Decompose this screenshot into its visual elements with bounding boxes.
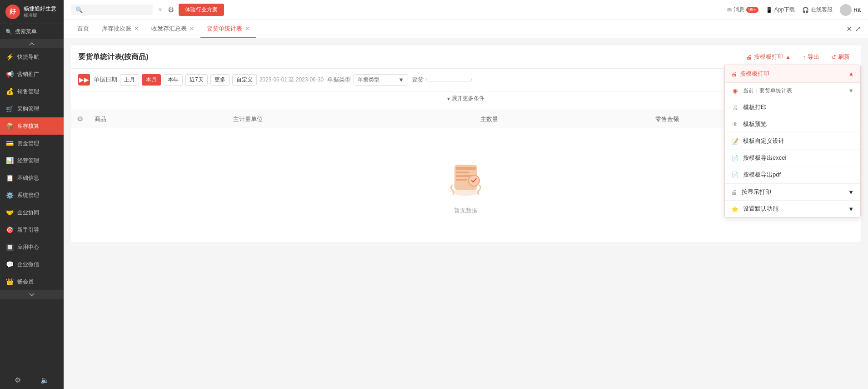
sidebar-item-system[interactable]: ⚙️ 系统管理: [0, 187, 64, 204]
current-template-chevron: ▼: [848, 87, 854, 94]
filter-toggle-btn[interactable]: ▶▶: [78, 74, 90, 86]
col-qty: 主数量: [475, 110, 650, 128]
sidebar-item-sales[interactable]: 💰 销售管理: [0, 83, 64, 100]
dropdown-collapse-btn[interactable]: ▲: [848, 71, 854, 77]
sidebar-nav: ⚡ 快捷导航 📢 营销推广 💰 销售管理 🛒 采购管理 📦 库存核算 💳 资金管…: [0, 39, 64, 371]
nav-label-system: 系统管理: [17, 192, 39, 199]
dropdown-template-preview-label: 模板预览: [743, 120, 767, 128]
dropdown-template-preview-icon: 👁: [731, 121, 738, 128]
dropdown-section-default-func[interactable]: ⭐ 设置默认功能 ▼: [725, 200, 860, 217]
filter-expand-icon: ▶▶: [79, 76, 89, 83]
date-prev-month-btn[interactable]: 上月: [120, 74, 139, 86]
nav-label-sales: 销售管理: [17, 88, 39, 96]
nav-label-quick-nav: 快捷导航: [17, 53, 39, 61]
refresh-label: 刷新: [838, 53, 850, 61]
online-service-btn[interactable]: 🎧 在线客服: [802, 6, 833, 14]
message-label: 消息: [733, 6, 744, 14]
template-print-label: 按模板打印: [754, 53, 783, 61]
refresh-btn[interactable]: ↺ 刷新: [828, 51, 853, 63]
sidebar-search[interactable]: 🔍 搜索菜单: [0, 24, 64, 39]
date-this-month-btn[interactable]: 本月: [142, 74, 161, 86]
sidebar-item-inventory[interactable]: 📦 库存核算: [0, 117, 64, 135]
topbar-search-input[interactable]: [85, 7, 148, 13]
dropdown-header: 🖨 按模板打印 ▲: [725, 65, 860, 83]
dropdown-export-excel-label: 按模板导出excel: [743, 154, 786, 162]
tab-close-all-btn[interactable]: ✕: [846, 25, 852, 33]
tab-receipts-summary-close[interactable]: ✕: [190, 25, 194, 32]
sidebar-scroll-down[interactable]: [0, 290, 64, 299]
trial-btn[interactable]: 体验行业方案: [179, 4, 224, 16]
app-download-btn[interactable]: 📱 App下载: [766, 6, 795, 14]
sidebar-item-guide[interactable]: 🎯 新手引导: [0, 221, 64, 238]
dropdown-item-export-excel[interactable]: 📄 按模板导出excel: [725, 150, 860, 167]
col-gear: ⚙: [71, 110, 89, 128]
marketing-icon: 📢: [5, 70, 14, 78]
nav-label-purchase: 采购管理: [17, 105, 39, 113]
export-label: 导出: [808, 53, 819, 61]
tab-fullscreen-btn[interactable]: ⤢: [855, 25, 861, 33]
col-unit: 主计量单位: [228, 110, 475, 128]
sidebar-item-operations[interactable]: 📊 经营管理: [0, 152, 64, 169]
tab-order-stats[interactable]: 要货单统计表 ✕: [200, 20, 256, 38]
dropdown-current-template[interactable]: ◉ 当前：要货单统计表 ▼: [725, 83, 860, 99]
table-gear-icon[interactable]: ⚙: [77, 115, 83, 123]
nav-label-member: 畅会员: [17, 278, 34, 286]
user-avatar: [840, 4, 852, 16]
sidebar-item-marketing[interactable]: 📢 营销推广: [0, 66, 64, 83]
sidebar-item-purchase[interactable]: 🛒 采购管理: [0, 100, 64, 117]
dropdown-item-template-print[interactable]: 🖨 模板打印: [725, 99, 860, 116]
order-type-filter: 单据类型 单据类型 ▼: [327, 74, 408, 86]
sales-icon: 💰: [5, 87, 14, 96]
export-btn[interactable]: ↑ 导出: [799, 51, 823, 63]
settings-bottom-icon[interactable]: ⚙: [15, 376, 21, 384]
default-func-icon: ⭐: [731, 206, 738, 212]
topbar-gear-icon[interactable]: ⚙: [168, 5, 174, 14]
tab-home[interactable]: 首页: [71, 20, 95, 38]
order-goods-input[interactable]: [426, 78, 472, 81]
tab-order-stats-close[interactable]: ✕: [245, 25, 249, 32]
default-func-label: 设置默认功能: [743, 205, 778, 213]
export-icon: ↑: [803, 54, 806, 61]
tab-batch-account-close[interactable]: ✕: [134, 25, 139, 32]
sidebar-scroll-up[interactable]: [0, 39, 64, 48]
tab-receipts-summary[interactable]: 收发存汇总表 ✕: [145, 20, 200, 38]
system-icon: ⚙️: [5, 191, 14, 199]
tab-order-stats-label: 要货单统计表: [207, 25, 242, 33]
empty-illustration: [443, 156, 489, 201]
dropdown-item-template-design[interactable]: 📝 模板自定义设计: [725, 133, 860, 150]
sidebar-item-app-center[interactable]: 🔲 应用中心: [0, 238, 64, 256]
sidebar-item-basic[interactable]: 📋 基础信息: [0, 169, 64, 187]
app-version: 标准版: [24, 12, 56, 18]
order-type-select[interactable]: 单据类型 ▼: [354, 74, 408, 86]
topbar: 🔍 ▼ ⚙ 体验行业方案 ✉ 消息 99+ 📱 App下载 🎧 在线客服 Rit: [64, 0, 868, 20]
date-more-btn[interactable]: 更多: [210, 74, 229, 86]
dropdown-section-display-print[interactable]: 🖨 按显示打印 ▼: [725, 183, 860, 200]
topbar-divider: ▼: [157, 6, 163, 13]
date-custom-btn[interactable]: 自定义: [232, 74, 257, 86]
sidebar-item-member[interactable]: 👑 畅会员: [0, 273, 64, 290]
display-print-label: 按显示打印: [742, 188, 771, 196]
dropdown-item-template-preview[interactable]: 👁 模板预览: [725, 116, 860, 133]
sidebar-item-quick-nav[interactable]: ⚡ 快捷导航: [0, 48, 64, 66]
quick-nav-icon: ⚡: [5, 53, 14, 61]
topbar-search-box[interactable]: 🔍: [71, 5, 153, 15]
svg-rect-3: [456, 172, 469, 173]
nav-label-inventory: 库存核算: [17, 122, 39, 130]
display-print-chevron: ▼: [848, 189, 854, 196]
sidebar-item-finance[interactable]: 💳 资金管理: [0, 135, 64, 152]
dropdown-item-export-pdf[interactable]: 📄 按模板导出pdf: [725, 167, 860, 183]
message-btn[interactable]: ✉ 消息 99+: [727, 6, 758, 14]
sidebar-item-collab[interactable]: 🤝 企业协同: [0, 204, 64, 221]
wechat-icon: 💬: [5, 260, 14, 268]
nav-label-collab: 企业协同: [17, 209, 39, 217]
nav-label-operations: 经营管理: [17, 157, 39, 165]
date-7days-btn[interactable]: 近7天: [185, 74, 208, 86]
sidebar-item-wechat[interactable]: 💬 企业微信: [0, 256, 64, 273]
mute-icon[interactable]: 🔈: [40, 376, 50, 384]
app-name: 畅捷通好生意: [24, 5, 56, 13]
nav-label-finance: 资金管理: [17, 140, 39, 147]
tab-batch-account[interactable]: 库存批次账 ✕: [95, 20, 145, 38]
template-print-btn[interactable]: 🖨 按模板打印 ▲: [743, 51, 795, 63]
date-this-year-btn[interactable]: 本年: [164, 74, 183, 86]
user-profile[interactable]: Rit: [840, 4, 861, 16]
